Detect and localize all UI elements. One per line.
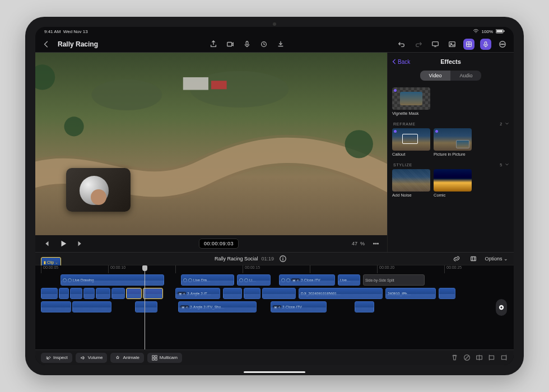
timeline-clip[interactable]	[223, 288, 242, 299]
info-icon[interactable]	[277, 253, 289, 264]
timeline-clip[interactable]	[41, 301, 71, 312]
timeline-clip[interactable]	[262, 288, 296, 299]
timeline-clip[interactable]	[355, 301, 374, 312]
section-reframe[interactable]: REFRAME 2	[393, 122, 509, 126]
timeline-clip[interactable]	[41, 288, 58, 299]
play-icon[interactable]	[58, 238, 69, 249]
timeline-clip[interactable]: Li…	[237, 274, 271, 286]
share-icon[interactable]	[208, 39, 219, 50]
timeline-clip[interactable]	[59, 288, 69, 299]
timeline-clip[interactable]	[70, 288, 82, 299]
timeline-area[interactable]: 00:00:0500:00:1000:00:1500:00:2000:00:25…	[35, 265, 514, 349]
timeline-clip[interactable]	[96, 288, 110, 299]
prev-frame-icon[interactable]	[41, 238, 52, 249]
video-viewer[interactable]	[35, 53, 387, 235]
timeline-tracks[interactable]: Live DrawingLive Dra…Li…▣ 42-Close-ITVLi…	[35, 273, 514, 314]
timeline-header: Select ▮ Clip ⌄ Rally Racing Social 01:1…	[35, 252, 514, 265]
tab-video[interactable]: Video	[420, 71, 451, 81]
effects-title: Effects	[440, 58, 461, 65]
back-icon[interactable]	[41, 39, 52, 50]
timeline-clip[interactable]	[143, 288, 163, 299]
status-bar: 9:41 AM Wed Nov 13 100%	[35, 27, 514, 36]
svg-rect-18	[211, 81, 227, 89]
effect-picture-in-picture[interactable]: Picture in Picture	[434, 128, 472, 157]
disable-icon[interactable]	[462, 353, 471, 362]
timeline-clip[interactable]	[135, 301, 157, 312]
timeline-clip[interactable]	[244, 288, 260, 299]
section-stylize[interactable]: STYLIZE 5	[393, 162, 509, 167]
timeline-clip[interactable]	[439, 288, 455, 299]
svg-rect-29	[152, 355, 154, 357]
effect-callout[interactable]: Callout	[392, 128, 430, 157]
undo-icon[interactable]	[396, 39, 407, 50]
timeline-clip[interactable]: ▣ 42-Close-ITV	[271, 301, 327, 312]
effects-back-button[interactable]: Back	[392, 59, 410, 65]
timeline-clip[interactable]	[111, 288, 125, 299]
svg-point-14	[504, 44, 504, 44]
timeline-duration: 01:19	[261, 256, 274, 262]
track-row[interactable]: ▣ 42-Angle 2-IT…DJI_20240910185601…24091…	[41, 288, 508, 300]
animate-button[interactable]: Animate	[110, 353, 143, 363]
timeline-clip[interactable]: 240910_iPh…	[385, 288, 436, 299]
select-indicator[interactable]: Select ▮ Clip ⌄	[41, 257, 52, 261]
snap-icon[interactable]	[468, 253, 479, 264]
viewer-more-icon[interactable]	[370, 238, 381, 249]
timeline-clip[interactable]: Side-by-Side Split	[363, 274, 425, 286]
timeline-clip[interactable]: ▣ 42-Angle 2-ITV_Sho…	[178, 301, 257, 312]
track-row[interactable]: Live DrawingLive Dra…Li…▣ 42-Close-ITVLi…	[41, 274, 508, 287]
jog-wheel[interactable]	[496, 299, 507, 316]
timeline-clip[interactable]: Live Dra…	[181, 274, 234, 286]
photo-icon[interactable]	[446, 39, 458, 50]
more-icon[interactable]	[497, 39, 508, 50]
svg-point-13	[502, 44, 503, 44]
effect-add-noise[interactable]: Add Noise	[392, 169, 430, 198]
camera-icon[interactable]	[225, 39, 236, 50]
next-frame-icon[interactable]	[75, 238, 86, 249]
svg-point-15	[91, 80, 162, 110]
link-icon[interactable]	[451, 253, 462, 264]
options-button[interactable]: Options ⌄	[485, 256, 508, 262]
timeline-clip[interactable]: Live…	[338, 274, 360, 286]
split-icon[interactable]	[474, 353, 483, 362]
timeline-clip[interactable]	[126, 288, 142, 299]
timeline-clip[interactable]: DJI_20240910185601…	[299, 288, 383, 299]
import-icon[interactable]	[275, 39, 286, 50]
transport-bar: 00:00:09:03 47 %	[35, 235, 387, 252]
trim-start-icon[interactable]	[487, 353, 496, 362]
timeline-clip[interactable]	[83, 288, 95, 299]
display-icon[interactable]	[430, 39, 441, 50]
svg-point-23	[375, 243, 376, 244]
status-right: 100%	[473, 29, 505, 34]
battery-icon	[496, 29, 505, 34]
tab-audio[interactable]: Audio	[450, 71, 481, 81]
multicam-button[interactable]: Multicam	[147, 353, 182, 363]
timeline-clip[interactable]: ▣ 42-Angle 2-IT…	[175, 288, 220, 299]
timecode-display[interactable]: 00:00:09:03	[199, 239, 239, 249]
effects-segmented[interactable]: Video Audio	[420, 71, 482, 81]
inspect-button[interactable]: Inspect	[41, 353, 72, 363]
audio-panel-icon[interactable]	[480, 39, 491, 50]
redo-icon[interactable]	[413, 39, 424, 50]
svg-rect-17	[183, 77, 208, 90]
trim-end-icon[interactable]	[499, 353, 508, 362]
bottom-toolbar: Inspect Volume Animate Multicam	[35, 349, 514, 365]
time-ruler[interactable]: 00:00:0500:00:1000:00:1500:00:2000:00:25	[35, 265, 514, 273]
effect-comic[interactable]: Comic	[434, 169, 472, 198]
mic-icon[interactable]	[241, 39, 253, 50]
svg-rect-4	[246, 41, 248, 44]
marker-icon[interactable]	[258, 39, 269, 50]
playhead[interactable]	[145, 265, 145, 349]
top-toolbar: Rally Racing	[35, 36, 514, 53]
timeline-clip[interactable]	[72, 301, 111, 312]
trash-icon[interactable]	[450, 353, 459, 362]
svg-point-12	[501, 44, 501, 44]
volume-button[interactable]: Volume	[76, 353, 108, 363]
timeline-clip[interactable]: ▣ 42-Close-ITV	[279, 274, 335, 286]
track-row[interactable]: ▣ 42-Angle 2-ITV_Sho…▣ 42-Close-ITV	[41, 301, 508, 314]
picture-in-picture-overlay[interactable]	[66, 168, 131, 212]
svg-rect-31	[152, 358, 154, 360]
effect-vignette-mask[interactable]: Vignette Mask	[392, 87, 430, 116]
timeline-clip[interactable]: Live Drawing	[61, 274, 164, 286]
effects-panel-icon[interactable]	[463, 39, 474, 50]
svg-rect-30	[155, 355, 157, 357]
